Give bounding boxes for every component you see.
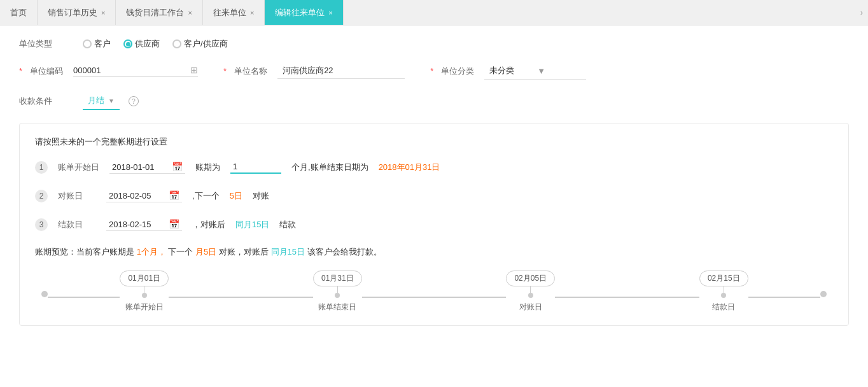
row-num-1: 1 [35, 161, 48, 174]
period-end-date: 2018年01月31日 [379, 162, 440, 173]
payment-row: 收款条件 月结 ▼ ? [19, 92, 849, 110]
unit-code-group: * 单位编码 ⊞ [19, 65, 198, 77]
unit-name-input[interactable] [277, 64, 405, 79]
preview-reconcile-day: 月5日 [195, 247, 216, 257]
timeline-label-3: 对账日 [519, 302, 542, 313]
radio-both-circle [172, 39, 181, 48]
unit-code-label: 单位编码 [30, 66, 63, 77]
radio-supplier[interactable]: 供应商 [123, 38, 160, 50]
unit-code-input-wrapper[interactable]: ⊞ [73, 65, 198, 77]
payment-date-input-group[interactable]: 📅 [106, 218, 182, 231]
payment-select[interactable]: 月结 ▼ [83, 92, 120, 110]
unit-type-row: 单位类型 客户 供应商 客户/供应商 [19, 38, 849, 50]
payment-date-input[interactable] [109, 220, 166, 229]
period-input[interactable] [230, 160, 281, 174]
tab-partner-units[interactable]: 往来单位 × [203, 0, 265, 25]
timeline-left-dot [41, 291, 48, 297]
unit-category-label: 单位分类 [441, 66, 474, 77]
payment-chevron-icon: ▼ [108, 97, 115, 104]
copy-icon[interactable]: ⊞ [190, 65, 198, 75]
unit-category-group: * 单位分类 未分类 ▼ [430, 62, 586, 80]
tab-edit-partner[interactable]: 编辑往来单位 × [265, 0, 343, 25]
radio-supplier-circle [123, 39, 132, 48]
main-content: 单位类型 客户 供应商 客户/供应商 * 单位编码 ⊞ [0, 25, 868, 387]
tab-bar: 首页 销售订单历史 × 钱货日清工作台 × 往来单位 × 编辑往来单位 × › [0, 0, 868, 25]
close-tab-partner-units[interactable]: × [250, 9, 254, 17]
reconcile-date-input[interactable] [109, 191, 166, 201]
category-chevron-icon: ▼ [537, 66, 581, 76]
tab-home[interactable]: 首页 [0, 0, 38, 25]
unit-name-group: * 单位名称 [223, 64, 405, 79]
start-date-calendar-icon[interactable]: 📅 [172, 162, 183, 172]
timeline-node-2: 01月31日 账单结束日 [313, 271, 362, 313]
timeline-label-1: 账单开始日 [125, 302, 164, 313]
radio-customer-circle [83, 39, 92, 48]
section-title: 请按照未来的一个完整帐期进行设置 [35, 136, 833, 148]
radio-customer[interactable]: 客户 [83, 38, 111, 50]
preview-text: 账期预览：当前客户账期是 1个月， 下一个 月5日 对账，对账后 同月15日 该… [35, 246, 833, 258]
tab-sales-history[interactable]: 销售订单历史 × [38, 0, 116, 25]
row-num-3: 3 [35, 218, 48, 231]
unit-category-select[interactable]: 未分类 ▼ [484, 62, 586, 80]
timeline-label-2: 账单结束日 [318, 302, 356, 313]
payment-day-highlight: 同月15日 [235, 219, 269, 230]
timeline-right-dot [820, 291, 827, 297]
timeline-left-end [41, 279, 48, 297]
timeline-right-end [820, 279, 827, 297]
timeline-label-4: 结款日 [712, 302, 735, 313]
setting-row-3: 3 结款日 📅 ，对账后 同月15日 结款 [35, 218, 833, 231]
payment-date-calendar-icon[interactable]: 📅 [169, 219, 179, 229]
settings-section: 请按照未来的一个完整帐期进行设置 1 账单开始日 📅 账期为 个月,账单结束日期… [19, 123, 849, 326]
reconcile-day-highlight: 5日 [230, 190, 242, 202]
close-tab-sales-history[interactable]: × [101, 9, 105, 17]
unit-name-label: 单位名称 [234, 66, 267, 77]
reconcile-date-input-group[interactable]: 📅 [106, 189, 182, 202]
close-tab-cash-work[interactable]: × [188, 9, 192, 17]
unit-type-label: 单位类型 [19, 38, 52, 50]
setting-row-2: 2 对账日 📅 ,下一个 5日 对账 [35, 189, 833, 202]
tab-cash-work[interactable]: 钱货日清工作台 × [116, 0, 202, 25]
row-label-2: 对账日 [58, 190, 96, 202]
row-num-2: 2 [35, 190, 48, 202]
payment-select-group: 月结 ▼ ? [83, 92, 139, 110]
timeline-badge-2: 01月31日 [313, 271, 362, 286]
close-tab-edit-partner[interactable]: × [328, 9, 332, 17]
timeline-node-1: 01月01日 账单开始日 [120, 271, 169, 313]
timeline-badge-1: 01月01日 [120, 271, 169, 286]
setting-row-1: 1 账单开始日 📅 账期为 个月,账单结束日期为 2018年01月31日 [35, 160, 833, 174]
start-date-input-group[interactable]: 📅 [109, 160, 185, 174]
timeline-badge-4: 02月15日 [699, 271, 748, 286]
preview-period: 1个月， [137, 247, 166, 257]
tab-scroll-right[interactable]: › [855, 0, 868, 25]
unit-code-input[interactable] [73, 66, 188, 75]
timeline-node-3: 02月05日 对账日 [506, 271, 555, 313]
timeline-container: 01月01日 账单开始日 01月31日 账单结束日 02月05日 [35, 271, 833, 313]
reconcile-date-calendar-icon[interactable]: 📅 [169, 190, 179, 201]
row-label-1: 账单开始日 [58, 162, 99, 173]
radio-both[interactable]: 客户/供应商 [172, 38, 228, 50]
row-label-3: 结款日 [58, 219, 96, 230]
timeline-badge-3: 02月05日 [506, 271, 555, 286]
help-icon[interactable]: ? [129, 96, 139, 106]
timeline-node-4: 02月15日 结款日 [699, 271, 748, 313]
preview-payment-day: 同月15日 [271, 247, 305, 257]
unit-info-row: * 单位编码 ⊞ * 单位名称 * 单位分类 未分类 ▼ [19, 62, 849, 80]
start-date-input[interactable] [112, 162, 169, 172]
payment-label: 收款条件 [19, 95, 52, 107]
unit-type-radio-group: 客户 供应商 客户/供应商 [83, 38, 228, 50]
payment-value: 月结 [88, 95, 104, 106]
